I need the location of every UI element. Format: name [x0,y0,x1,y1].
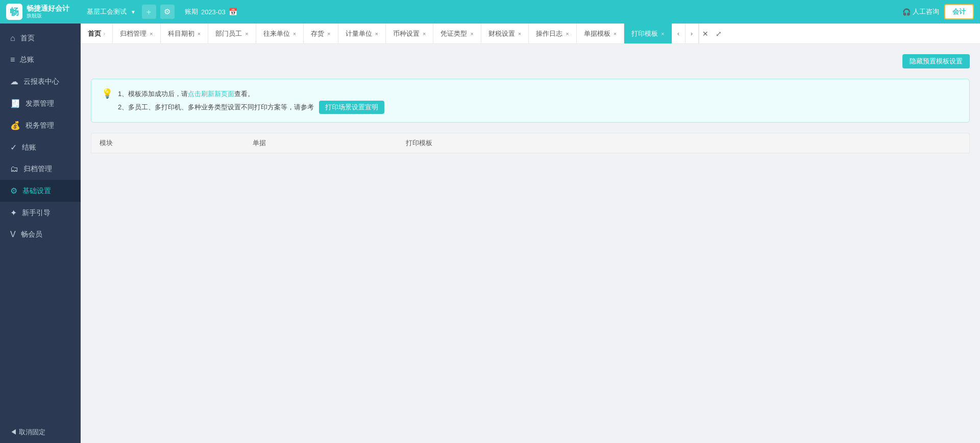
print-scene-button[interactable]: 打印场景设置宣明 [319,101,384,114]
tab-unit-label: 计量单位 [346,29,372,38]
tab-close-icon[interactable]: × [293,31,296,37]
sidebar: ⌂ 首页 ≡ 总账 ☁ 云报表中心 🧾 发票管理 💰 税务管理 ✓ 结账 🗂 归… [0,24,81,443]
tab-close-icon[interactable]: × [423,31,426,37]
tab-inventory[interactable]: 存货 × [304,24,338,44]
sidebar-item-home[interactable]: ⌂ 首页 [0,28,81,49]
project-selector[interactable]: 基层工会测试 ▼ [87,7,136,16]
top-bar: 畅 畅捷通好会计 旗舰版 基层工会测试 ▼ ＋ ⚙ 账期 2023-03 📅 🎧… [0,0,980,24]
tab-close-icon[interactable]: × [470,31,473,37]
sidebar-item-vip[interactable]: V 畅会员 [0,224,81,245]
chevron-down-icon: ▼ [131,9,136,15]
col-module-header: 模块 [91,133,244,153]
sidebar-item-label: 税务管理 [26,121,54,130]
col-template-header: 打印模板 [398,133,969,153]
sidebar-item-invoice[interactable]: 🧾 发票管理 [0,92,81,114]
vip-icon: V [10,230,16,239]
tab-voucher-label: 凭证类型 [440,29,467,38]
tab-home-label: 首页 [88,29,101,38]
sidebar-item-label: 云报表中心 [23,77,59,86]
settings-icon: ⚙ [10,186,17,196]
hide-template-button[interactable]: 隐藏预置模板设置 [902,54,970,68]
refresh-link[interactable]: 点击刷新新页面 [188,90,234,98]
main-layout: ⌂ 首页 ≡ 总账 ☁ 云报表中心 🧾 发票管理 💰 税务管理 ✓ 结账 🗂 归… [0,24,980,443]
logo-icon: 畅 [6,4,22,20]
cloud-icon: ☁ [10,77,18,86]
cancel-fixed-label: ◀ 取消固定 [10,428,45,437]
tax-icon: 💰 [10,121,20,130]
sidebar-item-tax[interactable]: 💰 税务管理 [0,114,81,136]
logo-sub: 旗舰版 [27,12,69,19]
tab-supplier[interactable]: 往来单位 × [256,24,304,44]
logo-area: 畅 畅捷通好会计 旗舰版 [6,4,87,20]
cancel-fixed-button[interactable]: ◀ 取消固定 [0,422,81,443]
tab-unit[interactable]: 计量单位 × [338,24,386,44]
tab-archive[interactable]: 归档管理 × [113,24,160,44]
settings-icon-button[interactable]: ⚙ [160,5,175,19]
tab-voucher[interactable]: 凭证类型 × [433,24,481,44]
tab-close-icon[interactable]: × [245,31,248,37]
sidebar-item-reports[interactable]: ☁ 云报表中心 [0,71,81,92]
tab-prev-button[interactable]: ‹ [672,24,685,44]
tab-oplog[interactable]: 操作日志 × [529,24,576,44]
kuaiji-button[interactable]: 会计 [944,4,974,19]
tab-close-icon[interactable]: × [327,31,330,37]
tab-printtemplate-label: 打印模板 [631,29,658,38]
tab-close-all-button[interactable]: ✕ [699,24,712,44]
tab-printtemplate[interactable]: 打印模板 × [624,24,672,44]
tab-taxsettings[interactable]: 财税设置 × [481,24,529,44]
tab-close-icon[interactable]: × [375,31,378,37]
sidebar-item-label: 发票管理 [26,99,54,108]
calendar-icon[interactable]: 📅 [229,8,237,16]
tab-close-icon[interactable]: × [661,31,664,37]
top-right: 🎧 人工咨询 会计 [902,4,974,19]
sidebar-item-label: 总账 [20,55,34,64]
tab-department-label: 部门员工 [215,29,242,38]
logo-name: 畅捷通好会计 [27,4,69,13]
tab-supplier-label: 往来单位 [263,29,290,38]
notice-box: 💡 1、模板添加成功后，请点击刷新新页面查看。 2、多员工、多打印机、多种业务类… [91,79,970,123]
bulb-icon: 💡 [102,88,113,99]
tab-close-icon[interactable]: × [566,31,569,37]
tab-currency-label: 币种设置 [393,29,420,38]
ledger-icon: ≡ [10,55,15,64]
sidebar-item-label: 归档管理 [23,165,52,174]
tab-home-separator: › [103,30,105,37]
tab-subject[interactable]: 科目期初 × [161,24,208,44]
customer-service-button[interactable]: 🎧 人工咨询 [902,7,939,16]
add-tab-button[interactable]: ＋ [142,5,156,19]
tab-close-icon[interactable]: × [150,31,153,37]
notice-text: 1、模板添加成功后，请点击刷新新页面查看。 2、多员工、多打印机、多种业务类型设… [118,87,384,114]
tab-close-icon[interactable]: × [614,31,617,37]
period-label: 账期 2023-03 📅 [185,7,237,16]
invoice-icon: 🧾 [10,99,20,108]
tab-close-icon[interactable]: × [198,31,201,37]
tab-oplog-label: 操作日志 [536,29,562,38]
tab-home[interactable]: 首页 › [81,24,113,44]
sidebar-item-archive[interactable]: 🗂 归档管理 [0,158,81,180]
tab-department[interactable]: 部门员工 × [208,24,256,44]
sidebar-item-settings[interactable]: ⚙ 基础设置 [0,180,81,202]
tab-singleform-label: 单据模板 [584,29,610,38]
home-icon: ⌂ [10,34,15,43]
close-account-icon: ✓ [10,143,17,152]
tab-expand-button[interactable]: ⤢ [712,24,725,44]
project-name: 基层工会测试 [87,7,127,16]
sidebar-item-label: 畅会员 [21,230,42,239]
top-action-row: 隐藏预置模板设置 [91,54,970,74]
sidebar-item-ledger[interactable]: ≡ 总账 [0,49,81,71]
tab-currency[interactable]: 币种设置 × [386,24,433,44]
tab-inventory-label: 存货 [311,29,324,38]
sidebar-item-label: 基础设置 [22,186,51,196]
tab-close-icon[interactable]: × [518,31,521,37]
page-content: 隐藏预置模板设置 💡 1、模板添加成功后，请点击刷新新页面查看。 2、多员工、多… [81,44,980,443]
guide-icon: ✦ [10,208,17,218]
tab-singleform[interactable]: 单据模板 × [577,24,624,44]
sidebar-item-close[interactable]: ✓ 结账 [0,136,81,158]
content-area: 首页 › 归档管理 × 科目期初 × 部门员工 × 往来单位 × 存货 × [81,24,980,443]
tab-taxsettings-label: 财税设置 [488,29,515,38]
sidebar-item-guide[interactable]: ✦ 新手引导 [0,202,81,224]
headset-icon: 🎧 [902,8,911,16]
tab-next-button[interactable]: › [685,24,699,44]
sidebar-item-label: 新手引导 [22,208,51,218]
tab-archive-label: 归档管理 [120,29,146,38]
